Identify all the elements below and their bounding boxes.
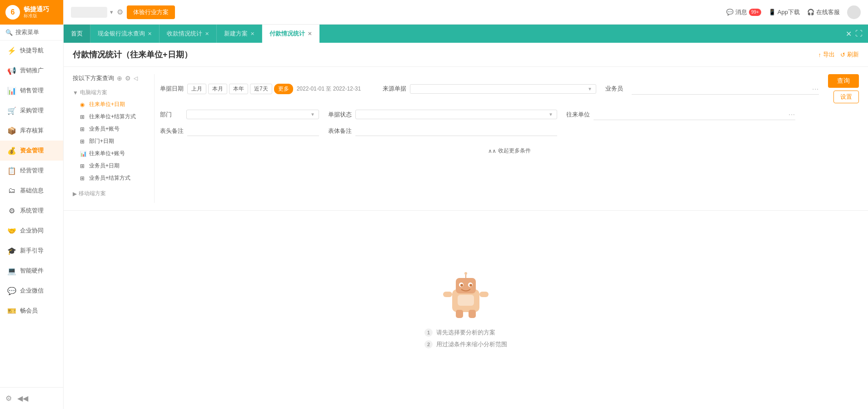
sidebar-item-system[interactable]: ⚙ 系统管理: [0, 201, 63, 221]
export-btn[interactable]: ↑ 导出: [818, 50, 835, 59]
scheme-item-4[interactable]: 📊 往来单位+账号: [73, 147, 149, 160]
empty-tips: 1 请先选择要分析的方案 2 用过滤条件来缩小分析范围: [424, 328, 507, 348]
scheme-item-icon-0: ◉: [80, 101, 86, 108]
scheme-group-desktop-title[interactable]: ▼ 电脑端方案: [73, 87, 149, 98]
sidebar-item-finance[interactable]: 💰 资金管理: [0, 141, 63, 161]
doc-status-select[interactable]: ▼: [355, 110, 557, 119]
sidebar-label-operations: 经营管理: [20, 167, 44, 175]
collapse-conditions-btn[interactable]: ∧∧ 收起更多条件: [481, 145, 538, 157]
tab-close-all-icon[interactable]: ✕: [846, 30, 852, 38]
tab-cash-flow[interactable]: 现金银行流水查询 ✕: [90, 25, 160, 43]
system-icon: ⚙: [7, 206, 16, 215]
scheme-item-3[interactable]: ⊞ 部门+日期: [73, 135, 149, 147]
user-info[interactable]: ▾: [71, 7, 113, 18]
refresh-btn[interactable]: ↺ 刷新: [840, 50, 859, 59]
table-body-note-input[interactable]: [355, 126, 557, 136]
sidebar-label-sales: 销售管理: [20, 86, 44, 95]
empty-illustration: [439, 271, 493, 321]
scheme-item-icon-2: ⊞: [80, 126, 86, 132]
collapse-scheme-icon[interactable]: ◁: [134, 75, 138, 81]
tab-new-scheme[interactable]: 新建方案 ✕: [217, 25, 262, 43]
sidebar-item-basic[interactable]: 🗂 基础信息: [0, 181, 63, 201]
sidebar-item-purchase[interactable]: 🛒 采购管理: [0, 101, 63, 121]
settings-footer-icon[interactable]: ⚙: [5, 394, 12, 403]
query-btn[interactable]: 查询: [828, 74, 859, 88]
sidebar-item-operations[interactable]: 📋 经营管理: [0, 161, 63, 181]
scheme-group-mobile-title[interactable]: ▶ 移动端方案: [73, 188, 149, 199]
page-title: 付款情况统计（往来单位+日期）: [73, 49, 192, 60]
tab-pay-stats-label: 付款情况统计: [269, 30, 305, 38]
dept-select-arrow: ▼: [310, 112, 315, 117]
refresh-icon: ↺: [840, 51, 845, 58]
scheme-item-0[interactable]: ◉ 往来单位+日期: [73, 98, 149, 111]
scheme-item-1[interactable]: ⊞ 往来单位+结算方式: [73, 111, 149, 123]
trial-btn[interactable]: 体验行业方案: [127, 5, 175, 19]
date-btn-last-7[interactable]: 近7天: [250, 84, 272, 94]
sidebar-item-corp[interactable]: 🤝 企业协同: [0, 221, 63, 241]
sidebar-item-quick-nav[interactable]: ⚡ 快捷导航: [0, 40, 63, 61]
add-scheme-icon[interactable]: ⊕: [117, 75, 122, 82]
sidebar-item-guide[interactable]: 🎓 新手引导: [0, 241, 63, 261]
date-btn-this-year[interactable]: 本年: [229, 84, 248, 94]
table-header-note-label: 表头备注: [160, 127, 184, 135]
date-btn-more[interactable]: 更多: [274, 84, 293, 94]
tab-pay-stats-close[interactable]: ✕: [308, 31, 312, 36]
tab-home[interactable]: 首页: [64, 25, 90, 43]
date-range-display: 2022-01-01 至 2022-12-31: [297, 85, 361, 93]
tab-payment-stats[interactable]: 收款情况统计 ✕: [160, 25, 217, 43]
page: 付款情况统计（往来单位+日期） ↑ 导出 ↺ 刷新 按以下方案查询 ⊕ ⚙: [64, 43, 868, 409]
table-header-note-input[interactable]: [187, 126, 319, 136]
message-action[interactable]: 💬 消息 99+: [726, 8, 761, 16]
app-download-action[interactable]: 📱 App下载: [768, 8, 800, 16]
scheme-item-5[interactable]: ⊞ 业务员+日期: [73, 160, 149, 172]
collapse-sidebar-icon[interactable]: ◀◀: [17, 394, 28, 403]
scheme-panel: 按以下方案查询 ⊕ ⚙ ◁ ▼ 电脑端方案 ◉ 往来单位+日期: [73, 74, 155, 203]
scheme-item-6[interactable]: ⊞ 业务员+结算方式: [73, 172, 149, 184]
user-dropdown-icon[interactable]: ▾: [110, 9, 113, 15]
scheme-group-mobile: ▶ 移动端方案: [73, 188, 149, 199]
settings-btn[interactable]: 设置: [833, 91, 859, 103]
sidebar-label-marketing: 营销推广: [20, 66, 44, 75]
sidebar-item-hardware[interactable]: 💻 智能硬件: [0, 261, 63, 281]
tab-payment-stats-close[interactable]: ✕: [205, 31, 209, 36]
app-subtitle: 标准版: [24, 13, 49, 19]
sidebar-item-marketing[interactable]: 📢 营销推广: [0, 61, 63, 81]
scheme-group-arrow: ▼: [73, 90, 78, 96]
tab-pay-stats[interactable]: 付款情况统计 ✕: [262, 25, 319, 43]
dept-select[interactable]: ▼: [186, 110, 319, 119]
sidebar-item-sales[interactable]: 📊 销售管理: [0, 81, 63, 101]
tab-cash-flow-close[interactable]: ✕: [148, 31, 152, 36]
message-label: 消息: [735, 8, 747, 16]
topbar-gear-icon[interactable]: ⚙: [117, 8, 123, 16]
salesman-more-btn[interactable]: ···: [812, 85, 819, 92]
empty-tip-1: 1 请先选择要分析的方案: [424, 328, 507, 337]
sidebar-label-member: 畅会员: [20, 307, 38, 315]
source-select[interactable]: ▼: [410, 84, 596, 94]
marketing-icon: 📢: [7, 66, 16, 75]
message-badge: 99+: [749, 9, 761, 16]
sidebar-item-wechat[interactable]: 💬 企业微信: [0, 281, 63, 301]
user-avatar[interactable]: [847, 5, 861, 19]
partner-more-btn[interactable]: ···: [788, 111, 795, 118]
sidebar-footer: ⚙ ◀◀: [0, 387, 63, 409]
tab-new-scheme-close[interactable]: ✕: [250, 31, 254, 36]
date-btn-last-month[interactable]: 上月: [187, 84, 206, 94]
sidebar-label-finance: 资金管理: [20, 146, 44, 155]
collapse-label: 收起更多条件: [498, 147, 531, 155]
scheme-item-2[interactable]: ⊞ 业务员+账号: [73, 123, 149, 135]
message-icon: 💬: [726, 9, 733, 15]
filter-area: 按以下方案查询 ⊕ ⚙ ◁ ▼ 电脑端方案 ◉ 往来单位+日期: [64, 67, 868, 211]
sidebar-item-member[interactable]: 🎫 畅会员: [0, 301, 63, 321]
refresh-label: 刷新: [847, 50, 859, 59]
scheme-group-desktop: ▼ 电脑端方案 ◉ 往来单位+日期 ⊞ 往来单位+结算方式 ⊞ 业务员+账号: [73, 87, 149, 184]
app-download-label: App下载: [778, 8, 800, 16]
scheme-settings-icon[interactable]: ⚙: [125, 75, 131, 82]
sidebar-item-inventory[interactable]: 📦 库存核算: [0, 121, 63, 141]
date-btn-this-month[interactable]: 本月: [208, 84, 227, 94]
svg-rect-10: [456, 310, 463, 318]
search-menu[interactable]: 🔍 搜索菜单: [0, 25, 63, 40]
logo-icon: 6: [5, 5, 20, 20]
topbar: ▾ ⚙ 体验行业方案 💬 消息 99+ 📱 App下载 🎧 在线客服: [64, 0, 868, 25]
tab-expand-icon[interactable]: ⛶: [855, 30, 863, 38]
online-service-action[interactable]: 🎧 在线客服: [807, 8, 840, 16]
